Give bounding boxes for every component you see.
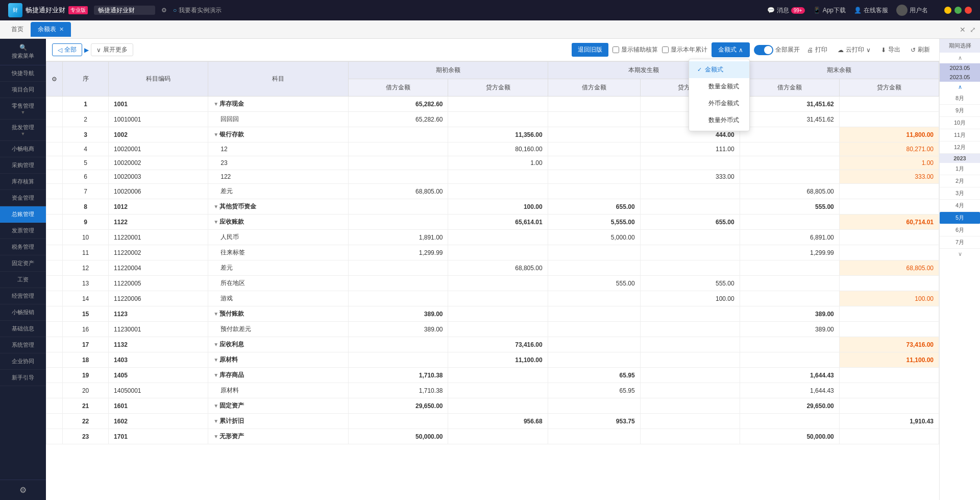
row-subject[interactable]: ▼库存现金	[208, 97, 349, 112]
expand-row-icon[interactable]: ▼	[213, 132, 218, 137]
sidebar-item-16[interactable]: 基础信息	[0, 321, 46, 337]
table-row[interactable]: 21 1601 ▼固定资产 29,650.00 29,650.00	[46, 398, 939, 414]
table-row[interactable]: 6 10020003 122 333.00 333.00	[46, 170, 939, 184]
table-row[interactable]: 2 10010001 回回回 65,282.60 33,830.98 31,45…	[46, 112, 939, 127]
row-code[interactable]: 11220002	[109, 245, 208, 260]
date-month-4[interactable]: 12月	[940, 141, 980, 154]
table-row[interactable]: 5 10020002 23 1.00 1.00	[46, 156, 939, 170]
table-row[interactable]: 20 14050001 原材料 1,710.38 65.95 1,644.43	[46, 383, 939, 398]
row-subject[interactable]: 差元	[208, 260, 349, 276]
row-subject[interactable]: ▼应收账款	[208, 215, 349, 230]
expand-row-icon[interactable]: ▼	[213, 204, 218, 209]
sidebar-item-3[interactable]: 零售管理▼	[0, 98, 46, 120]
date-month-0[interactable]: 8月	[940, 92, 980, 105]
dropdown-item-0[interactable]: ✓金额式	[689, 61, 749, 78]
table-row[interactable]: 14 11220006 游戏 100.00 100.00	[46, 291, 939, 306]
row-code[interactable]: 10020002	[109, 156, 208, 170]
table-row[interactable]: 15 1123 ▼预付账款 389.00 389.00	[46, 306, 939, 322]
row-subject[interactable]: ▼无形资产	[208, 429, 349, 444]
sidebar-item-9[interactable]: 总账管理	[0, 206, 46, 223]
row-code[interactable]: 11220006	[109, 291, 208, 306]
sidebar-item-15[interactable]: 小畅报销	[0, 304, 46, 321]
app-download-btn[interactable]: 📱 App下载	[813, 6, 846, 15]
table-row[interactable]: 13 11220005 所在地区 555.00 555.00	[46, 276, 939, 291]
table-row[interactable]: 12 11220004 差元 68,805.00 68,805.00	[46, 260, 939, 276]
row-subject[interactable]: 人民币	[208, 230, 349, 245]
row-subject[interactable]: ▼银行存款	[208, 127, 349, 142]
tab-expand-icon[interactable]: ⤢	[970, 26, 976, 34]
show-aux-input[interactable]	[612, 46, 619, 53]
export-btn[interactable]: ⬇ 导出	[878, 43, 903, 56]
row-code[interactable]: 10020006	[109, 184, 208, 199]
show-ytd-checkbox[interactable]: 显示本年累计	[662, 45, 707, 54]
row-subject[interactable]: 23	[208, 156, 349, 170]
row-code[interactable]: 11220001	[109, 230, 208, 245]
mode-btn[interactable]: 金额式 ∧	[712, 42, 750, 57]
row-subject[interactable]: 122	[208, 170, 349, 184]
row-subject[interactable]: ▼其他货币资金	[208, 199, 349, 215]
sidebar-item-10[interactable]: 发票管理	[0, 223, 46, 239]
sidebar-item-4[interactable]: 批发管理▼	[0, 120, 46, 141]
row-code[interactable]: 10020003	[109, 170, 208, 184]
year-2023-05-2[interactable]: 2023.05	[940, 73, 980, 82]
sidebar-item-8[interactable]: 资金管理	[0, 190, 46, 206]
user-btn[interactable]: 用户名	[896, 5, 928, 16]
table-row[interactable]: 19 1405 ▼库存商品 1,710.38 65.95 1,644.43	[46, 368, 939, 383]
table-row[interactable]: 7 10020006 差元 68,805.00 68,805.00	[46, 184, 939, 199]
back-old-version-btn[interactable]: 退回旧版	[572, 43, 608, 57]
title-input[interactable]	[94, 6, 155, 15]
table-row[interactable]: 3 1002 ▼银行存款 11,356.00 444.00 11,800.00	[46, 127, 939, 142]
row-code[interactable]: 1403	[109, 352, 208, 368]
row-code[interactable]: 1122	[109, 215, 208, 230]
date-month-11[interactable]: 6月	[940, 224, 980, 236]
row-subject[interactable]: ▼库存商品	[208, 368, 349, 383]
row-code[interactable]: 1123	[109, 306, 208, 322]
row-code[interactable]: 1001	[109, 97, 208, 112]
table-container[interactable]: ⚙ 序 科目编码 科目 期初余额 本期发生额 期末余额 借方金额 贷方金额 借方…	[46, 61, 939, 500]
sidebar-item-11[interactable]: 税务管理	[0, 239, 46, 255]
date-month-2[interactable]: 10月	[940, 117, 980, 129]
row-code[interactable]: 1602	[109, 414, 208, 429]
row-code[interactable]: 1405	[109, 368, 208, 383]
sidebar-item-14[interactable]: 经营管理	[0, 288, 46, 304]
row-subject[interactable]: 差元	[208, 184, 349, 199]
date-more-icon[interactable]: ∨	[940, 249, 980, 259]
expand-row-icon[interactable]: ▼	[213, 403, 218, 409]
message-btn[interactable]: 💬 消息 99+	[767, 6, 805, 15]
sidebar-item-1[interactable]: 快捷导航	[0, 65, 46, 82]
table-row[interactable]: 10 11220001 人民币 1,891.00 5,000.00 6,891.…	[46, 230, 939, 245]
row-subject[interactable]: 12	[208, 142, 349, 156]
sidebar-item-17[interactable]: 系统管理	[0, 337, 46, 353]
online-service-btn[interactable]: 👤 在线客服	[854, 6, 888, 15]
expand-row-icon[interactable]: ▼	[213, 219, 218, 225]
row-subject[interactable]: ▼原材料	[208, 352, 349, 368]
sidebar-item-6[interactable]: 采购管理	[0, 157, 46, 174]
sidebar-item-18[interactable]: 企业协同	[0, 353, 46, 370]
row-code[interactable]: 14050001	[109, 383, 208, 398]
expand-row-icon[interactable]: ▼	[213, 357, 218, 363]
row-subject[interactable]: ▼应收利息	[208, 337, 349, 352]
row-code[interactable]: 11220005	[109, 276, 208, 291]
demo-link[interactable]: ○ 我要看实例演示	[173, 6, 222, 15]
row-code[interactable]: 1132	[109, 337, 208, 352]
sidebar-item-13[interactable]: 工资	[0, 272, 46, 288]
row-subject[interactable]: ▼累计折旧	[208, 414, 349, 429]
tab-home[interactable]: 首页	[4, 22, 31, 37]
minimize-btn[interactable]	[944, 7, 951, 14]
row-subject[interactable]: ▼预付账款	[208, 306, 349, 322]
sidebar-item-7[interactable]: 库存核算	[0, 174, 46, 190]
date-month-7[interactable]: 2月	[940, 175, 980, 187]
print-btn[interactable]: 🖨 打印	[804, 43, 830, 56]
row-code[interactable]: 11230001	[109, 322, 208, 337]
row-code[interactable]: 1701	[109, 429, 208, 444]
tab-close-icon[interactable]: ✕	[59, 26, 64, 33]
sidebar-item-12[interactable]: 固定资产	[0, 255, 46, 272]
table-row[interactable]: 1 1001 ▼库存现金 65,282.60 33,830.98 31,451.…	[46, 97, 939, 112]
expand-row-icon[interactable]: ▼	[213, 418, 218, 424]
date-month-10[interactable]: 5月	[940, 212, 980, 224]
table-row[interactable]: 9 1122 ▼应收账款 65,614.01 5,555.00 655.00 6…	[46, 215, 939, 230]
year-2023-05[interactable]: 2023.05	[940, 63, 980, 73]
dropdown-item-2[interactable]: 外币金额式	[689, 95, 749, 112]
show-ytd-input[interactable]	[662, 46, 669, 53]
row-code[interactable]: 1601	[109, 398, 208, 414]
